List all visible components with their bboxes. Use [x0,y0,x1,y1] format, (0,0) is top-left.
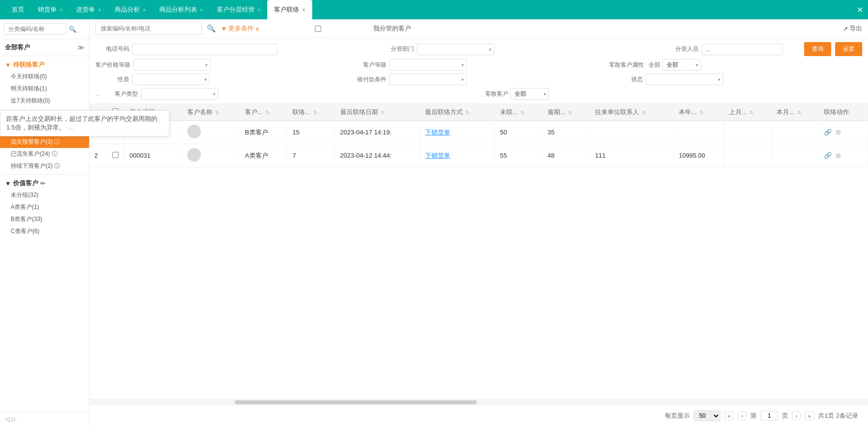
main-search-input[interactable] [95,22,202,35]
next-page-button[interactable]: › [792,411,801,420]
close-sales-order-icon[interactable]: × [60,7,62,13]
sidebar-item-class-a[interactable]: A类客户(1) [0,201,89,213]
td-date-1: 2023-04-17 14:19: [335,121,420,144]
th-contacts[interactable]: 往来单位联系人 ⇅ [590,104,674,121]
page-size-select[interactable]: 50 100 200 [694,411,720,421]
last-page-button[interactable]: » [805,411,814,420]
method-link-2[interactable]: 下销货单 [425,152,450,159]
close-purchase-order-icon[interactable]: × [98,7,101,13]
action-icons-2: 🔗 ⊞ [824,152,863,159]
filter-status-select[interactable] [646,73,723,85]
sidebar-search-icon[interactable]: 🔍 [69,26,76,33]
filter-payment-select[interactable] [389,73,467,85]
filter-dept-select[interactable] [417,44,494,55]
method-link-1[interactable]: 下销货单 [425,129,450,136]
horizontal-scrollbar-thumb[interactable] [235,400,477,404]
nav-home[interactable]: 首页 [5,0,31,19]
settings-button[interactable]: 设置 [835,42,862,56]
th-last-contact-date[interactable]: 最后联络日期 ⇅ [335,104,420,121]
filter-dept-select-wrap [417,44,494,55]
query-button[interactable]: 查询 [804,42,831,56]
sidebar-group-pending-contact[interactable]: ▼ 待联络客户 [0,58,89,71]
td-checkbox-2 [107,144,124,167]
th-last-month[interactable]: 上月... ⇅ [724,104,771,121]
nav-customer-tier[interactable]: 客户分层经营 × [210,0,267,19]
sidebar-search-input[interactable] [4,23,67,35]
more-conditions-button[interactable]: ▼ 更多条件 ∧ [221,24,260,33]
filter-price-grade-select[interactable] [133,59,211,71]
filter-customer-grade-wrap [389,59,467,71]
nav-customer-contact[interactable]: 客户联络 × [267,0,312,19]
sidebar-item-declining-customers[interactable]: 持续下滑客户(2) ⓘ [0,160,89,172]
th-actions: 联络动作 [819,104,868,121]
close-product-analysis-icon[interactable]: × [143,7,146,13]
sort-icon-last-month: ⇅ [749,110,753,115]
prev-page-button[interactable]: ‹ [738,411,746,420]
th-uncontacted[interactable]: 未联... ⇅ [495,104,542,121]
sidebar-header: 全部客户 ≫ [0,39,89,56]
action-link-icon-2[interactable]: 🔗 [824,152,832,159]
sidebar-edit-icon[interactable]: ✏ [40,180,46,187]
nav-sales-order[interactable]: 销货单 × [31,0,69,19]
th-contact-count[interactable]: 联络... ⇅ [288,104,335,121]
nav-product-analysis[interactable]: 商品分析 × [108,0,152,19]
page-size-label: 每页显示 [665,411,690,420]
th-customer-level[interactable]: 客户... ⇅ [240,104,287,121]
th-customer-name[interactable]: 客户名称 ⇅ [182,104,240,121]
sidebar-item-7days-pending[interactable]: 近7天待联络(0) [0,95,89,107]
filter-zero-customer-select[interactable]: 全部 [510,88,549,100]
page-number-input[interactable] [761,411,778,421]
sidebar-scroll-right[interactable]: ▷ [12,415,16,423]
sidebar-collapse-icon[interactable]: ≫ [77,44,84,51]
close-customer-contact-icon[interactable]: × [302,7,305,13]
td-index-2: 2 [90,144,107,167]
action-link-icon-1[interactable]: 🔗 [824,129,832,136]
my-customers-checkbox-label[interactable]: 我分管的客户 [265,24,411,33]
sidebar-group-value-customers[interactable]: ▼ 价值客户 ✏ [0,176,89,189]
horizontal-scrollbar[interactable] [90,399,868,405]
sort-icon-contact: ⇅ [313,110,317,115]
filter-more-button[interactable]: ... [95,90,100,97]
sidebar-item-loss-warning[interactable]: 流失预警客户(3) ⓘ [0,136,89,148]
sidebar-item-today-pending[interactable]: 今天待联络(0) [0,71,89,83]
action-grid-icon-2[interactable]: ⊞ [836,152,841,159]
window-close-icon[interactable]: ✕ [857,5,863,15]
action-grid-icon-1[interactable]: ⊞ [836,129,841,136]
filter-zero-attr-label: 零散客户属性 [609,61,644,69]
nav-purchase-order[interactable]: 进货单 × [69,0,107,19]
nav-product-analysis-list[interactable]: 商品分析列表 × [152,0,210,19]
sidebar-scroll-left[interactable]: ◁ [5,415,10,423]
filter-person-input[interactable] [701,44,783,55]
close-customer-tier-icon[interactable]: × [258,7,260,13]
content-area: 距客户上次交易时长，超过了此客户的平均交易周期的1.5倍，则视为异常。 ... … [90,19,868,426]
page-label: 第 [750,411,757,420]
export-button[interactable]: ↗ 导出 [843,24,862,33]
filter-zero-attr-select[interactable]: 全部 [662,59,701,71]
th-last-contact-method[interactable]: 最后联络方式 ⇅ [420,104,495,121]
th-this-year[interactable]: 本年... ⇅ [674,104,724,121]
close-product-analysis-list-icon[interactable]: × [200,7,203,13]
sidebar-item-class-c[interactable]: C类客户(6) [0,225,89,237]
my-customers-checkbox[interactable] [265,26,371,32]
sidebar-item-ungrouped[interactable]: 未分组(32) [0,189,89,201]
first-page-button[interactable]: « [724,411,734,420]
sort-icon-contacts: ⇅ [642,110,646,115]
sort-icon-year: ⇅ [700,110,703,115]
filter-nature-select[interactable] [132,73,210,85]
filter-phone-input[interactable] [132,44,277,55]
table-header-row: ⚙ 客户编码 ⇅ 客户名称 ⇅ 客户... ⇅ 联络... ⇅ 最后联络日期 ⇅… [90,104,868,121]
td-year-1 [674,121,724,144]
th-this-month[interactable]: 本月... ⇅ [772,104,819,121]
sidebar-item-class-b[interactable]: B类客户(33) [0,213,89,225]
sort-icon-level: ⇅ [265,110,269,115]
filter-customer-grade-select[interactable] [389,59,467,71]
filter-status-wrap [646,73,723,85]
td-actions-1: 🔗 ⊞ [819,121,868,144]
main-search-button[interactable]: 🔍 [207,24,216,33]
sidebar-item-lost-customers[interactable]: 已流失客户(24) ⓘ [0,148,89,160]
td-year-2: 10995.00 [674,144,724,167]
th-overdue[interactable]: 逾期... ⇅ [543,104,590,121]
filter-customer-type-select[interactable] [141,88,218,100]
row-checkbox-2[interactable] [112,152,119,158]
sidebar-item-tomorrow-pending[interactable]: 明天待联络(1) [0,83,89,95]
